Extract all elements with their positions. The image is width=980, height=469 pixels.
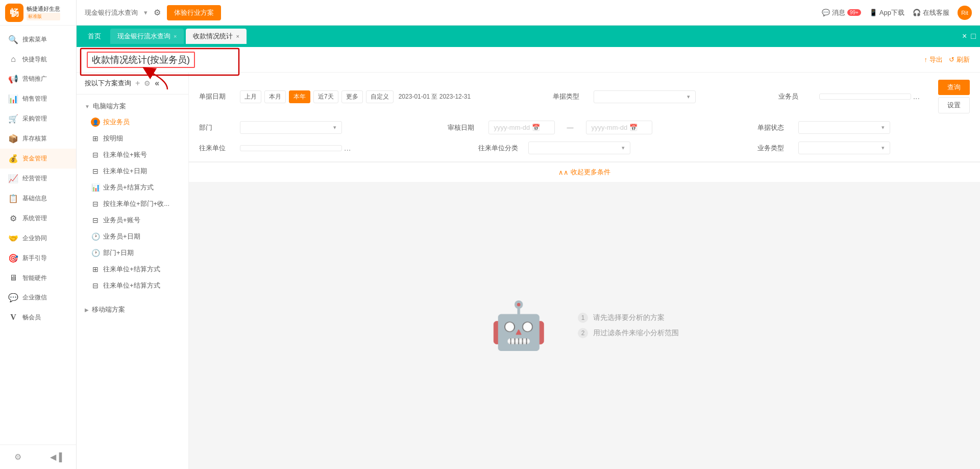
mobile-group-arrow: ▶ (85, 307, 89, 313)
tab-cash-flow-label: 现金银行流水查询 (117, 32, 170, 41)
tab-collection-stats[interactable]: 收款情况统计 × (186, 29, 246, 44)
sidebar-item-operation[interactable]: 📈 经营管理 (0, 169, 76, 189)
scheme-settings-btn[interactable]: ⚙ (144, 79, 151, 87)
filter-row-2: 部门 ▾ 审核日期 yyyy-mm-dd 📅 — y (199, 121, 970, 134)
marketing-icon: 📢 (8, 74, 18, 84)
desktop-group-header[interactable]: ▼ 电脑端方案 (77, 99, 188, 114)
top-bar: 现金银行流水查询 ▾ ⚙ 体验行业方案 💬 消息 99+ 📱 App下载 🎧 在… (77, 0, 980, 26)
tree-item-dept-date[interactable]: 🕐 部门+日期 (77, 245, 188, 261)
query-button[interactable]: 查询 (938, 80, 970, 95)
user-avatar[interactable]: Rit (958, 6, 972, 20)
mobile-group-label: 移动端方案 (92, 305, 125, 314)
business-type-select[interactable]: ▾ (798, 142, 890, 154)
partner-dept-icon: ⊟ (91, 200, 100, 208)
tree-item-label: 业务员+结算方式 (103, 183, 154, 192)
tree-item-salesperson-account[interactable]: ⊟ 业务员+账号 (77, 212, 188, 228)
voucher-status-select[interactable]: ▾ (798, 121, 890, 134)
date-btn-more[interactable]: 更多 (341, 90, 363, 103)
sidebar-item-system[interactable]: ⚙ 系统管理 (0, 208, 76, 228)
sidebar-item-quick-nav[interactable]: ⌂ 快捷导航 (0, 50, 76, 69)
tab-collection-stats-close[interactable]: × (236, 33, 239, 39)
refresh-button[interactable]: ↺ 刷新 (949, 55, 970, 64)
settings-button[interactable]: 设置 (938, 97, 970, 113)
date-btn-last-month[interactable]: 上月 (240, 90, 261, 103)
panel-collapse-btn[interactable]: « (155, 79, 159, 88)
tree-item-label: 往来单位+账号 (103, 150, 147, 159)
sidebar-item-search[interactable]: 🔍 搜索菜单 (0, 30, 76, 50)
tree-item-salesperson-settlement[interactable]: 📊 业务员+结算方式 (77, 179, 188, 196)
sidebar-item-label: 基础信息 (22, 194, 47, 203)
tree-item-partner-settlement1[interactable]: ⊞ 往来单位+结算方式 (77, 261, 188, 277)
tree-item-partner-date[interactable]: ⊟ 往来单位+日期 (77, 163, 188, 179)
sidebar-item-marketing[interactable]: 📢 营销推广 (0, 69, 76, 89)
app-download-action[interactable]: 📱 App下载 (869, 8, 904, 17)
export-button[interactable]: ↑ 导出 (924, 55, 943, 64)
tree-item-by-salesperson[interactable]: 👤 按业务员 (77, 114, 188, 130)
sidebar-collapse-btn[interactable]: ◀▐ (46, 450, 66, 464)
service-action[interactable]: 🎧 在线客服 (913, 8, 949, 17)
tree-item-label: 往来单位+结算方式 (103, 281, 160, 290)
tree-item-partner-settlement2[interactable]: ⊟ 往来单位+结算方式 (77, 277, 188, 294)
date-btn-this-month[interactable]: 本月 (264, 90, 286, 103)
voucher-status-arrow: ▾ (881, 124, 885, 131)
sidebar-item-label: 营销推广 (22, 75, 47, 83)
close-window-btn[interactable]: × (962, 32, 967, 41)
salesperson-more-btn[interactable]: ... (913, 92, 920, 101)
partner-more-btn[interactable]: ... (344, 144, 351, 153)
tree-item-salesperson-date[interactable]: 🕐 业务员+日期 (77, 228, 188, 245)
sidebar-item-wechat[interactable]: 💬 企业微信 (0, 288, 76, 308)
dept-select[interactable]: ▾ (240, 121, 342, 134)
voucher-type-select[interactable]: ▾ (594, 90, 696, 103)
salesperson-account-icon: ⊟ (91, 216, 100, 224)
mobile-group-header[interactable]: ▶ 移动端方案 (77, 302, 188, 317)
partner-category-select[interactable]: ▾ (528, 142, 630, 154)
sidebar-item-purchase[interactable]: 🛒 采购管理 (0, 109, 76, 129)
sidebar-item-sales[interactable]: 📊 销售管理 (0, 89, 76, 109)
tab-home[interactable]: 首页 (81, 29, 108, 44)
tab-home-label: 首页 (88, 32, 101, 41)
topbar-settings-icon[interactable]: ⚙ (154, 8, 161, 17)
sidebar-footer: ⚙ ◀▐ (0, 444, 76, 469)
sidebar-item-capital[interactable]: 💰 资金管理 (0, 149, 76, 169)
message-action[interactable]: 💬 消息 99+ (822, 8, 861, 17)
salesperson-settlement-icon: 📊 (91, 183, 100, 192)
collapse-icon: ∧∧ (558, 169, 569, 176)
partner-settlement2-icon: ⊟ (91, 282, 100, 290)
topbar-dropdown-icon[interactable]: ▾ (144, 9, 148, 16)
date-btn-last-7days[interactable]: 近7天 (313, 90, 338, 103)
calendar-icon-end: 📅 (629, 124, 638, 131)
audit-date-end[interactable]: yyyy-mm-dd 📅 (586, 121, 652, 134)
add-scheme-btn[interactable]: + (135, 79, 140, 88)
inventory-icon: 📦 (8, 134, 18, 144)
partner-category-label: 往来单位分类 (478, 144, 518, 153)
tree-item-partner-account[interactable]: ⊟ 往来单位+账号 (77, 147, 188, 163)
trial-button[interactable]: 体验行业方案 (167, 5, 221, 20)
sidebar-item-label: 快捷导航 (22, 55, 47, 64)
sales-icon: 📊 (8, 94, 18, 104)
salesperson-select[interactable] (819, 93, 911, 100)
sidebar-item-guide[interactable]: 🎯 新手引导 (0, 248, 76, 268)
step-1-text: 请先选择要分析的方案 (593, 313, 665, 322)
tree-item-partner-dept[interactable]: ⊟ 按往来单位+部门+收... (77, 196, 188, 212)
logo-icon: 畅 (5, 4, 23, 22)
tab-cash-flow-close[interactable]: × (174, 33, 177, 39)
date-btn-this-year[interactable]: 本年 (289, 90, 310, 103)
sidebar-item-enterprise[interactable]: 🤝 企业协同 (0, 228, 76, 248)
maximize-btn[interactable]: □ (971, 32, 976, 41)
user-name: Rit (961, 10, 968, 16)
sidebar-item-inventory[interactable]: 📦 库存核算 (0, 129, 76, 149)
sidebar-item-member[interactable]: V 畅会员 (0, 308, 76, 327)
tab-cash-flow[interactable]: 现金银行流水查询 × (110, 29, 184, 44)
date-btn-custom[interactable]: 自定义 (366, 90, 394, 103)
collapse-more-btn[interactable]: ∧∧ 收起更多条件 (189, 162, 980, 182)
filter-row-1: 单据日期 上月 本月 本年 近7天 更多 自定义 2023-01-01 至 20… (199, 80, 970, 113)
sidebar-item-hardware[interactable]: 🖥 智能硬件 (0, 268, 76, 288)
audit-date-start[interactable]: yyyy-mm-dd 📅 (488, 121, 555, 134)
partner-select[interactable] (240, 145, 342, 151)
page-title: 收款情况统计(按业务员) (87, 52, 195, 68)
calendar-icon-start: 📅 (532, 124, 540, 131)
sidebar-item-basic-info[interactable]: 📋 基础信息 (0, 189, 76, 208)
sidebar-settings-btn[interactable]: ⚙ (10, 450, 26, 464)
tree-item-by-detail[interactable]: ⊞ 按明细 (77, 130, 188, 147)
step-1-num: 1 (578, 313, 588, 323)
